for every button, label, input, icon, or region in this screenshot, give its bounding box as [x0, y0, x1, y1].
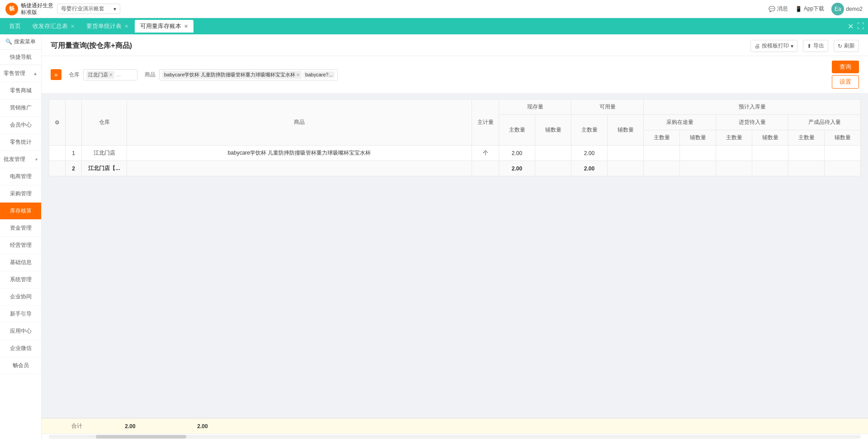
sidebar-item-marketing[interactable]: 营销推广 — [0, 99, 41, 117]
sidebar-item-inventory[interactable]: 库存核算 — [0, 203, 41, 220]
purchase-label: 采购管理 — [10, 190, 32, 198]
scrollbar-thumb[interactable] — [96, 435, 186, 439]
operations-label: 经营管理 — [10, 241, 32, 249]
tab-order-close-icon[interactable]: ✕ — [124, 24, 128, 29]
query-button[interactable]: 查询 — [832, 61, 859, 73]
query-action-group: 查询 设置 — [832, 61, 859, 89]
warehouse-tag-close-icon[interactable]: ✕ — [109, 72, 113, 77]
row2-current-aux — [535, 161, 571, 176]
tab-home[interactable]: 首页 — [4, 20, 26, 33]
col-setting-header[interactable]: ⚙ — [49, 99, 66, 146]
horizontal-scrollbar[interactable] — [42, 434, 868, 439]
industry-select[interactable]: 母婴行业演示账套 ▾ — [57, 4, 120, 14]
print-template-btn[interactable]: 🖨 按模板打印 ▾ — [750, 40, 797, 52]
refresh-icon: ↻ — [838, 43, 842, 49]
enterprise-label: 企业协同 — [10, 293, 32, 301]
tab-available-label: 可用量库存账本 — [140, 22, 181, 30]
export-btn[interactable]: ⬆ 导出 — [803, 40, 828, 52]
retail-mgmt-label: 零售管理 — [4, 70, 25, 77]
sidebar-item-enterprise[interactable]: 企业协同 — [0, 288, 41, 306]
sidebar-item-operations[interactable]: 经营管理 — [0, 237, 41, 254]
logo-text: 畅捷通好生意 标准版 — [21, 2, 53, 15]
tab-receive[interactable]: 收发存汇总表 ✕ — [27, 20, 80, 33]
page-actions: 🖨 按模板打印 ▾ ⬆ 导出 ↻ 刷新 — [750, 40, 859, 52]
product-tag-2: babycare?... — [303, 71, 335, 78]
sidebar-item-member[interactable]: 会员中心 — [0, 117, 41, 134]
tab-available-close-icon[interactable]: ✕ — [184, 24, 188, 29]
sidebar-item-retail-mgmt[interactable]: 零售管理 ▲ — [0, 65, 41, 82]
message-label: 消息 — [777, 5, 788, 13]
member-label: 会员中心 — [10, 121, 32, 129]
app-center-label: 应用中心 — [10, 327, 32, 335]
sidebar-search-label: 搜索菜单 — [14, 38, 36, 45]
product-filter-tags[interactable]: babycare学饮杯 儿童防摔防撞吸管杯重力球吸嘴杯宝宝水杯 ✕ babyca… — [159, 69, 338, 80]
col-goods-main-header: 主数量 — [716, 130, 752, 146]
user-info[interactable]: Ea demo2 — [831, 3, 863, 15]
sidebar-item-new-guide[interactable]: 新手引导 — [0, 306, 41, 323]
col-goods-aux-header: 辅数量 — [752, 130, 788, 146]
app-download-btn[interactable]: 📱 App下载 — [795, 5, 824, 13]
username-label: demo2 — [846, 6, 863, 12]
tab-receive-close-icon[interactable]: ✕ — [71, 24, 75, 29]
footer-available-main: 2.00 — [184, 423, 221, 430]
warehouse-more-icon[interactable]: ... — [116, 71, 121, 78]
row1-product-main — [788, 146, 825, 161]
sidebar-item-retail-stats[interactable]: 零售统计 — [0, 134, 41, 151]
finance-label: 资金管理 — [10, 224, 32, 232]
new-guide-label: 新手引导 — [10, 310, 32, 318]
sidebar-item-finance[interactable]: 资金管理 — [0, 220, 41, 237]
row2-purchase-aux — [680, 161, 716, 176]
warehouse-filter-tags[interactable]: 江北门店 ✕ ... — [83, 69, 137, 80]
sidebar-item-ecommerce[interactable]: 电商管理 — [0, 168, 41, 185]
logo-icon: 畅 — [5, 3, 18, 15]
retail-mall-label: 零售商城 — [10, 87, 32, 94]
maximize-icon[interactable]: ⛶ — [857, 22, 864, 30]
filter-expand-btn[interactable]: » — [51, 69, 61, 80]
column-setting-icon[interactable]: ⚙ — [55, 119, 60, 126]
warehouse-tag: 江北门店 ✕ — [86, 71, 114, 79]
message-btn[interactable]: 💬 消息 — [769, 5, 788, 13]
row2-product — [127, 161, 472, 176]
inventory-label: 库存核算 — [10, 207, 32, 215]
col-warehouse-header: 仓库 — [82, 99, 127, 146]
row1-purchase-aux — [680, 146, 716, 161]
row2-available-aux — [608, 161, 644, 176]
retail-stats-label: 零售统计 — [10, 138, 32, 146]
table-row: 2 江北门店【... 2.00 2.00 — [49, 161, 861, 176]
col-product-aux-header: 辅数量 — [825, 130, 861, 146]
sidebar-item-wholesale-mgmt[interactable]: 批发管理 ▾ — [0, 151, 41, 168]
table-footer: 合计 2.00 2.00 — [42, 418, 868, 434]
sidebar-item-system[interactable]: 系统管理 — [0, 271, 41, 288]
member2-label: 畅会员 — [13, 362, 29, 369]
search-icon: 🔍 — [5, 38, 12, 45]
sidebar-item-enterprise-wx[interactable]: 企业微信 — [0, 340, 41, 357]
refresh-btn[interactable]: ↻ 刷新 — [834, 40, 859, 52]
set-button[interactable]: 设置 — [832, 75, 859, 89]
col-goods-incoming-header: 进货待入量 — [716, 115, 788, 130]
row1-product-aux — [825, 146, 861, 161]
tab-bar: 首页 收发存汇总表 ✕ 要货单统计表 ✕ 可用量库存账本 ✕ ✕ ⛶ — [0, 18, 868, 34]
window-controls: ✕ ⛶ — [848, 22, 864, 31]
product-tag-1-close-icon[interactable]: ✕ — [296, 72, 300, 77]
tab-order[interactable]: 要货单统计表 ✕ — [81, 20, 134, 33]
filter-area: » 仓库 江北门店 ✕ ... 商品 babycare学饮杯 儿童防摔防撞吸管杯… — [42, 56, 868, 94]
row1-available-aux — [608, 146, 644, 161]
row1-goods-aux — [752, 146, 788, 161]
top-bar: 畅 畅捷通好生意 标准版 母婴行业演示账套 ▾ 💬 消息 📱 App下载 Ea … — [0, 0, 868, 18]
sidebar-item-member2[interactable]: 畅会员 — [0, 357, 41, 374]
sidebar-item-base-info[interactable]: 基础信息 — [0, 254, 41, 271]
sidebar-item-retail-mall[interactable]: 零售商城 — [0, 82, 41, 99]
tab-order-label: 要货单统计表 — [86, 22, 122, 30]
sidebar-item-purchase[interactable]: 采购管理 — [0, 185, 41, 203]
close-window-icon[interactable]: ✕ — [848, 22, 854, 31]
ecommerce-label: 电商管理 — [10, 173, 32, 180]
tab-available[interactable]: 可用量库存账本 ✕ — [135, 20, 193, 33]
row1-purchase-main — [644, 146, 680, 161]
footer-product-main — [401, 423, 438, 430]
product-tag-2-text: babycare?... — [305, 72, 333, 77]
enterprise-wx-label: 企业微信 — [10, 345, 32, 352]
sidebar-nav[interactable]: 快捷导航 — [0, 50, 41, 65]
sidebar-search[interactable]: 🔍 搜索菜单 — [0, 34, 41, 50]
row1-available-main: 2.00 — [571, 146, 608, 161]
sidebar-item-app-center[interactable]: 应用中心 — [0, 323, 41, 340]
